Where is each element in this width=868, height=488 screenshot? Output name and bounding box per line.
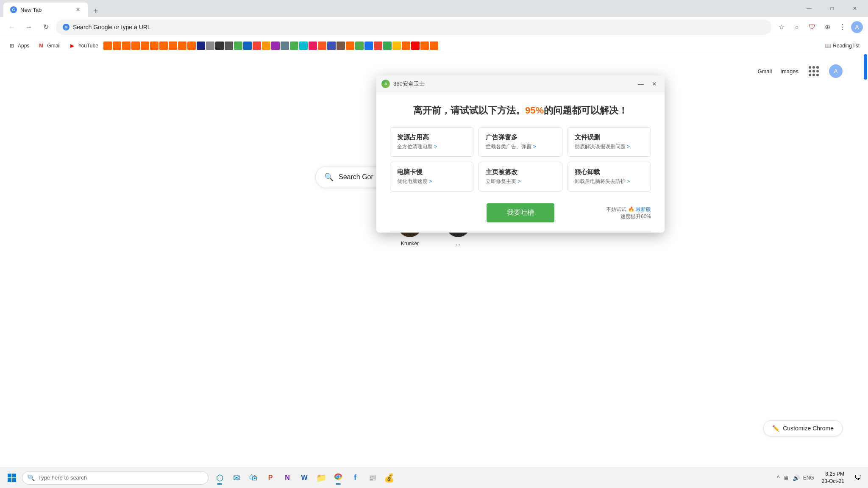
bk-18[interactable] (262, 42, 270, 50)
card-2-desc: 彻底解决误报误删问题 > (575, 143, 644, 150)
bk-36[interactable] (430, 42, 438, 50)
taskbar-app-facebook[interactable]: f (348, 470, 363, 485)
word-icon: W (301, 474, 307, 482)
dialog-card-2[interactable]: 文件误删 彻底解决误报误删问题 > (568, 127, 651, 157)
bk-35[interactable] (420, 42, 429, 50)
extensions-btn[interactable]: ⊕ (821, 20, 834, 34)
taskbar-clock[interactable]: 8:25 PM 23-Oct-21 (818, 471, 848, 485)
bk-16[interactable] (243, 42, 252, 50)
mail-icon: ✉ (233, 473, 240, 483)
bk-11[interactable] (197, 42, 205, 50)
bookmark-youtube[interactable]: ▶ YouTube (66, 41, 102, 51)
address-bar[interactable]: G Search Google or type a URL (56, 19, 771, 35)
systray-battery[interactable]: ENG (802, 474, 815, 482)
notification-btn[interactable]: 🗨 (851, 471, 865, 485)
taskbar-app-store[interactable]: 🛍 (246, 470, 261, 485)
chrome-menu-btn[interactable]: ⋮ (836, 20, 849, 34)
taskbar-app-mail[interactable]: ✉ (229, 470, 244, 485)
bk-6[interactable] (150, 42, 159, 50)
start-btn[interactable] (3, 469, 20, 486)
dialog-card-5[interactable]: 狠心卸载 卸载后电脑将失去防护 > (568, 162, 651, 191)
bk-10[interactable] (187, 42, 196, 50)
dialog-main-btn[interactable]: 我要吐槽 (487, 203, 554, 222)
taskbar-app-outlook[interactable]: 📰 (364, 470, 380, 485)
systray-network[interactable]: 🖥 (782, 474, 790, 482)
taskbar-search[interactable]: 🔍 Type here to search (22, 471, 209, 485)
active-tab[interactable]: G New Tab ✕ (3, 3, 88, 17)
bk-22[interactable] (299, 42, 308, 50)
taskbar-app-green[interactable]: 💰 (381, 470, 397, 485)
forward-btn[interactable]: → (22, 20, 36, 34)
bk-17[interactable] (253, 42, 261, 50)
bk-21[interactable] (290, 42, 298, 50)
card-4-desc: 立即修复主页 > (486, 178, 555, 185)
taskbar-app-powerpoint[interactable]: P (263, 470, 278, 485)
bk-29[interactable] (364, 42, 373, 50)
dialog-card-3[interactable]: 电脑卡慢 优化电脑速度 > (390, 162, 473, 191)
bk-8[interactable] (169, 42, 177, 50)
card-2-title: 文件误删 (575, 133, 644, 141)
shield-icon[interactable]: 🛡 (805, 20, 819, 34)
dialog-minimize-btn[interactable]: — (636, 79, 646, 89)
dialog-title-text: 360安全卫士 (393, 80, 632, 88)
bk-7[interactable] (159, 42, 168, 50)
bk-25[interactable] (327, 42, 336, 50)
chrome-icon (334, 472, 342, 483)
bk-33[interactable] (402, 42, 410, 50)
bookmark-gmail[interactable]: M Gmail (34, 41, 64, 51)
bk-4[interactable] (131, 42, 140, 50)
reading-list-btn[interactable]: 📖 Search Google or type a URL Reading li… (821, 41, 863, 50)
bk-32[interactable] (392, 42, 401, 50)
footer-link[interactable]: 🔥 最新版 (628, 206, 651, 212)
bk-3[interactable] (122, 42, 131, 50)
bookmark-overflow (103, 42, 820, 50)
taskbar-app-dell[interactable]: ⬡ (212, 470, 227, 485)
bk-31[interactable] (383, 42, 392, 50)
minimize-btn[interactable]: — (799, 2, 819, 15)
bk-15[interactable] (234, 42, 242, 50)
back-btn[interactable]: ← (5, 20, 19, 34)
bk-20[interactable] (281, 42, 289, 50)
bk-26[interactable] (337, 42, 345, 50)
bk-14[interactable] (225, 42, 233, 50)
bk-5[interactable] (141, 42, 149, 50)
bk-9[interactable] (178, 42, 186, 50)
taskbar-app-onenote[interactable]: N (280, 470, 295, 485)
bk-13[interactable] (215, 42, 224, 50)
bookmark-btn[interactable]: ☆ (775, 20, 788, 34)
reload-btn[interactable]: ↻ (39, 20, 53, 34)
card-0-desc: 全方位清理电脑 > (397, 143, 466, 150)
dialog-card-4[interactable]: 主页被篡改 立即修复主页 > (479, 162, 562, 191)
taskbar-app-files[interactable]: 📁 (314, 470, 329, 485)
bk-24[interactable] (318, 42, 326, 50)
systray-chevron[interactable]: ^ (776, 474, 781, 482)
bk-34[interactable] (411, 42, 420, 50)
bk-12[interactable] (206, 42, 214, 50)
circle-icon[interactable]: ○ (790, 20, 804, 34)
card-1-link: > (533, 144, 536, 150)
bk-1[interactable] (103, 42, 112, 50)
taskbar-search-icon: 🔍 (28, 474, 35, 481)
start-icon (8, 474, 16, 482)
new-tab-btn[interactable]: + (90, 5, 102, 17)
dialog-close-btn[interactable]: ✕ (649, 79, 659, 89)
dialog-logo: 3 (381, 80, 390, 88)
bk-30[interactable] (374, 42, 382, 50)
bookmark-apps[interactable]: ⊞ Apps (5, 41, 33, 51)
tab-close-btn[interactable]: ✕ (75, 6, 81, 13)
maximize-btn[interactable]: □ (822, 2, 842, 15)
profile-btn[interactable]: A (851, 21, 863, 33)
bk-23[interactable] (309, 42, 317, 50)
dialog-body: 离开前，请试试以下方法。95%的问题都可以解决！ 资源占用高 全方位清理电脑 >… (376, 92, 665, 233)
dialog-card-1[interactable]: 广告弹窗多 拦截各类广告、弹窗 > (479, 127, 562, 157)
bk-19[interactable] (271, 42, 280, 50)
close-btn[interactable]: ✕ (845, 2, 865, 15)
taskbar-app-word[interactable]: W (297, 470, 312, 485)
dialog-card-0[interactable]: 资源占用高 全方位清理电脑 > (390, 127, 473, 157)
bk-28[interactable] (355, 42, 364, 50)
bk-2[interactable] (113, 42, 121, 50)
systray-sound[interactable]: 🔊 (792, 474, 801, 482)
bk-27[interactable] (346, 42, 354, 50)
card-1-title: 广告弹窗多 (486, 133, 555, 141)
taskbar-app-chrome[interactable] (331, 470, 346, 485)
